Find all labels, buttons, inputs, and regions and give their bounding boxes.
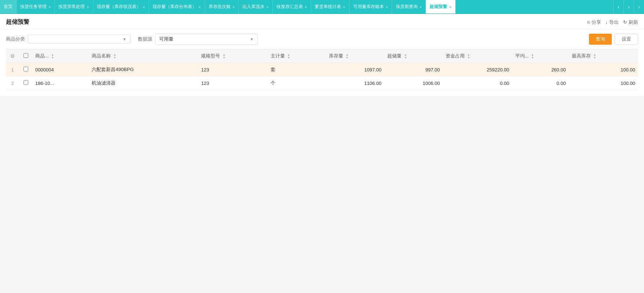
- nav-tab-overstock[interactable]: 超储预警 ×: [426, 0, 455, 14]
- col-header-overflow[interactable]: 超储量 ▲▼: [384, 49, 443, 63]
- col-header-avg[interactable]: 平均... ▲▼: [512, 49, 569, 63]
- nav-right-arrow[interactable]: ›: [623, 0, 634, 14]
- datasource-chevron-icon: ▼: [250, 37, 254, 41]
- nav-tab-overstock-close[interactable]: ×: [449, 5, 451, 9]
- nav-tab-task-close[interactable]: ×: [48, 5, 51, 9]
- nav-left-arrow[interactable]: ‹: [613, 0, 623, 14]
- row-unit-2: 个: [268, 77, 326, 90]
- filter-datasource: 数据源 可用量 ▼: [138, 34, 258, 45]
- page-title: 超储预警: [6, 18, 29, 26]
- nav-tab-stock2-close[interactable]: ×: [198, 5, 201, 9]
- page-header: 超储预警 ⎋ 分享 ↓ 导出 ↻ 刷新: [0, 14, 644, 29]
- sort-max-icon: ▲▼: [593, 53, 596, 59]
- refresh-icon: ↻: [623, 19, 627, 25]
- nav-tab-requisition[interactable]: 要货单统计表 ×: [311, 0, 349, 14]
- row-code-2: 186-10...: [32, 77, 89, 90]
- table-container: ⚙ 商品... ▲▼ 商品名称 ▲▼ 规格型号 ▲▼: [0, 49, 644, 96]
- col-header-code[interactable]: 商品... ▲▼: [32, 49, 89, 63]
- nav-tab-exception[interactable]: 拣货异常处理 ×: [55, 0, 93, 14]
- nav-tab-stock2[interactable]: 现存量（库存分布表） ×: [149, 0, 205, 14]
- header-actions: ⎋ 分享 ↓ 导出 ↻ 刷新: [587, 19, 638, 26]
- nav-tab-exception-close[interactable]: ×: [87, 5, 89, 9]
- row-code-1: 0000004: [32, 63, 89, 77]
- export-icon: ↓: [605, 19, 608, 25]
- filter-bar: 商品分类 ▼ 数据源 可用量 ▼ 查询 设置: [0, 29, 644, 49]
- nav-tab-summary-close[interactable]: ×: [305, 5, 307, 9]
- nav-tab-stock1-close[interactable]: ×: [143, 5, 145, 9]
- data-table: ⚙ 商品... ▲▼ 商品名称 ▲▼ 规格型号 ▲▼: [6, 49, 638, 90]
- sort-stock-icon: ▲▼: [345, 53, 348, 59]
- row-avg-1: 260.00: [512, 63, 569, 77]
- col-header-name[interactable]: 商品名称 ▲▼: [89, 49, 198, 63]
- datasource-value: 可用量: [159, 36, 173, 42]
- table-row: 2 186-10... 机油滤清器 123 个 1106.00 1006.00 …: [6, 77, 638, 90]
- category-select[interactable]: ▼: [28, 35, 131, 44]
- nav-tab-available-close[interactable]: ×: [386, 5, 388, 9]
- row-select-2[interactable]: [23, 80, 28, 85]
- col-header-unit[interactable]: 主计量 ▲▼: [268, 49, 326, 63]
- col-header-settings: ⚙: [6, 49, 19, 63]
- row-avg-2: 0.00: [512, 77, 569, 90]
- share-icon: ⎋: [587, 19, 590, 25]
- nav-tab-requisition-close[interactable]: ×: [343, 5, 345, 9]
- query-button[interactable]: 查询: [589, 34, 612, 45]
- nav-extra-arrow[interactable]: ›: [634, 0, 644, 14]
- nav-tab-quality-close[interactable]: ×: [420, 5, 422, 9]
- sort-capital-icon: ▲▼: [467, 53, 470, 59]
- top-nav: 首页 拣货任务管理 × 拣货异常处理 × 现存量（库存状况表） × 现存量（库存…: [0, 0, 644, 14]
- col-header-capital[interactable]: 资金占用 ▲▼: [443, 49, 512, 63]
- row-stock-2: 1106.00: [326, 77, 384, 90]
- nav-tab-flow[interactable]: 出入库流水 ×: [239, 0, 272, 14]
- filter-category: 商品分类 ▼: [6, 35, 131, 44]
- export-action[interactable]: ↓ 导出: [605, 19, 619, 26]
- row-max-2: 100.00: [569, 77, 638, 90]
- sort-name-icon: ▲▼: [113, 53, 116, 59]
- nav-tab-flow-close[interactable]: ×: [266, 5, 268, 9]
- row-name-2: 机油滤清器: [89, 77, 198, 90]
- filter-actions: 查询 设置: [589, 34, 638, 45]
- col-header-checkbox: [19, 49, 32, 63]
- datasource-select[interactable]: 可用量 ▼: [155, 34, 258, 45]
- nav-tab-stock1[interactable]: 现存量（库存状况表） ×: [93, 0, 149, 14]
- gear-icon[interactable]: ⚙: [10, 53, 15, 59]
- nav-tab-home[interactable]: 首页: [0, 0, 17, 14]
- nav-tab-quality[interactable]: 保质期查询 ×: [392, 0, 426, 14]
- row-num-2: 2: [6, 77, 19, 90]
- row-checkbox-2: [19, 77, 32, 90]
- sort-code-icon: ▲▼: [51, 53, 54, 59]
- col-header-max[interactable]: 最高库存 ▲▼: [569, 49, 638, 63]
- page-container: 超储预警 ⎋ 分享 ↓ 导出 ↻ 刷新 商品分类 ▼ 数据源: [0, 14, 644, 96]
- sort-avg-icon: ▲▼: [531, 53, 534, 59]
- category-label: 商品分类: [6, 36, 25, 42]
- nav-arrows: ‹ › ›: [613, 0, 644, 14]
- row-overflow-1: 997.00: [384, 63, 443, 77]
- row-select-1[interactable]: [23, 67, 28, 71]
- row-max-1: 100.00: [569, 63, 638, 77]
- table-row: 1 0000004 六配套新昌490BPG 123 套 1097.00 997.…: [6, 63, 638, 77]
- col-header-stock[interactable]: 库存量 ▲▼: [326, 49, 384, 63]
- datasource-label: 数据源: [138, 36, 152, 42]
- nav-tab-batch[interactable]: 库存批次账 ×: [205, 0, 239, 14]
- row-unit-1: 套: [268, 63, 326, 77]
- row-name-1: 六配套新昌490BPG: [89, 63, 198, 77]
- sort-overflow-icon: ▲▼: [404, 53, 407, 59]
- nav-tab-task[interactable]: 拣货任务管理 ×: [17, 0, 55, 14]
- sort-spec-icon: ▲▼: [223, 53, 226, 59]
- nav-tab-batch-close[interactable]: ×: [233, 5, 235, 9]
- category-chevron-icon: ▼: [122, 37, 127, 41]
- table-header-row: ⚙ 商品... ▲▼ 商品名称 ▲▼ 规格型号 ▲▼: [6, 49, 638, 63]
- row-overflow-2: 1006.00: [384, 77, 443, 90]
- col-header-spec[interactable]: 规格型号 ▲▼: [198, 49, 267, 63]
- row-checkbox-1: [19, 63, 32, 77]
- share-action[interactable]: ⎋ 分享: [587, 19, 601, 26]
- nav-tab-summary[interactable]: 收发存汇总表 ×: [273, 0, 311, 14]
- refresh-action[interactable]: ↻ 刷新: [623, 19, 638, 26]
- sort-unit-icon: ▲▼: [287, 53, 290, 59]
- select-all-checkbox[interactable]: [23, 53, 28, 58]
- row-capital-2: 0.00: [443, 77, 512, 90]
- nav-tab-available[interactable]: 可用量库存账本 ×: [350, 0, 392, 14]
- row-spec-2: 123: [198, 77, 267, 90]
- row-capital-1: 259220.00: [443, 63, 512, 77]
- settings-button[interactable]: 设置: [615, 34, 638, 45]
- row-stock-1: 1097.00: [326, 63, 384, 77]
